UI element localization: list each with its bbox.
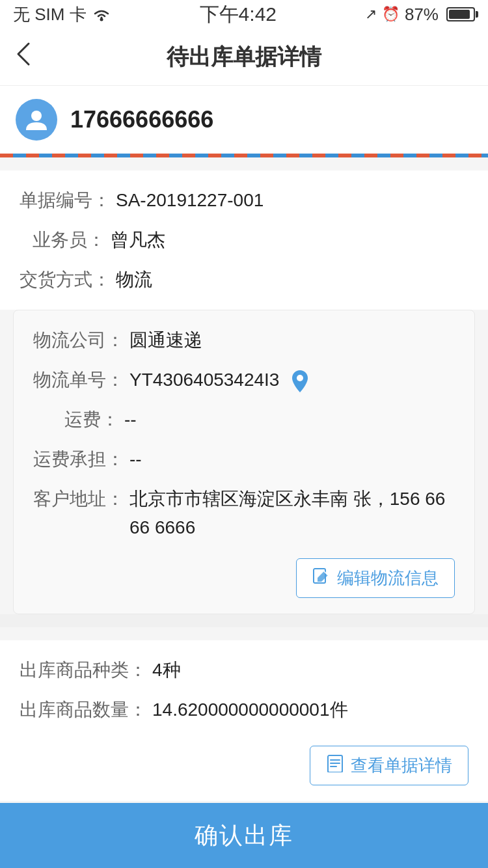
doc-number-row: 单据编号： SA-20191227-001 [20,186,468,215]
carrier-text: 无 SIM 卡 [13,3,87,26]
battery-icon [446,7,475,21]
svg-point-2 [297,375,303,381]
tracking-label: 物流单号： [33,366,129,395]
delivery-value: 物流 [116,265,468,295]
freight-bearer-label: 运费承担： [33,445,129,474]
doc-number-value: SA-20191227-001 [116,186,468,215]
status-time: 下午4:42 [200,1,277,28]
logistics-company-row: 物流公司： 圆通速递 [33,326,455,355]
document-info-section: 单据编号： SA-20191227-001 业务员： 曾凡杰 交货方式： 物流 [0,170,488,310]
gray-divider-1 [0,614,488,627]
doc-number-label: 单据编号： [20,186,116,215]
wifi-icon [92,7,111,21]
tracking-row: 物流单号： YT43064053424I3 [33,366,455,395]
status-left: 无 SIM 卡 [13,3,111,26]
salesperson-row: 业务员： 曾凡杰 [20,226,468,255]
customer-header: 17666666666 [0,86,488,154]
goods-qty-row: 出库商品数量： 14.620000000000001件 [20,696,468,725]
nav-bar: 待出库单据详情 [0,29,488,86]
logistics-company-label: 物流公司： [33,326,129,355]
edit-icon [312,567,331,590]
goods-qty-label: 出库商品数量： [20,696,152,725]
page-title: 待出库单据详情 [167,42,321,72]
location-pin-icon[interactable] [290,369,310,392]
view-doc-detail-button[interactable]: 查看单据详情 [310,746,468,785]
freight-bearer-value: -- [129,445,455,474]
edit-logistics-label: 编辑物流信息 [337,567,439,590]
avatar [16,99,57,141]
logistics-section: 物流公司： 圆通速递 物流单号： YT43064053424I3 运费： -- … [13,310,475,614]
goods-type-value: 4种 [152,656,468,685]
confirm-button[interactable]: 确认出库 [0,803,488,868]
delivery-label: 交货方式： [20,265,116,295]
goods-type-row: 出库商品种类： 4种 [20,656,468,685]
tracking-number: YT43064053424I3 [129,366,279,395]
alarm-icon: ⏰ [382,6,400,23]
status-right: ↗ ⏰ 87% [365,5,475,25]
address-label: 客户地址： [33,485,129,514]
freight-label: 运费： [33,405,124,435]
location-icon: ↗ [365,6,377,23]
edit-logistics-button[interactable]: 编辑物流信息 [296,558,455,598]
status-bar: 无 SIM 卡 下午4:42 ↗ ⏰ 87% [0,0,488,29]
delivery-row: 交货方式： 物流 [20,265,468,295]
goods-type-label: 出库商品种类： [20,656,152,685]
svg-point-0 [100,18,103,21]
goods-section: 出库商品种类： 4种 出库商品数量： 14.620000000000001件 查… [0,640,488,801]
salesperson-value: 曾凡杰 [111,226,468,255]
customer-phone: 17666666666 [70,106,213,133]
address-value: 北京市市辖区海淀区永丰南 张，156 6666 6666 [129,485,455,543]
svg-point-1 [31,111,42,121]
freight-value: -- [124,405,455,435]
dashed-separator [0,154,488,157]
freight-row: 运费： -- [33,405,455,435]
freight-bearer-row: 运费承担： -- [33,445,455,474]
battery-percent: 87% [405,5,439,25]
logistics-company-value: 圆通速递 [129,326,455,355]
user-icon [23,107,49,133]
salesperson-label: 业务员： [20,226,111,255]
doc-detail-icon [326,754,344,777]
confirm-label: 确认出库 [195,820,293,852]
tracking-value: YT43064053424I3 [129,366,455,395]
back-button[interactable] [16,41,31,73]
goods-qty-value: 14.620000000000001件 [152,696,468,725]
address-row: 客户地址： 北京市市辖区海淀区永丰南 张，156 6666 6666 [33,485,455,543]
view-doc-detail-label: 查看单据详情 [351,754,452,777]
